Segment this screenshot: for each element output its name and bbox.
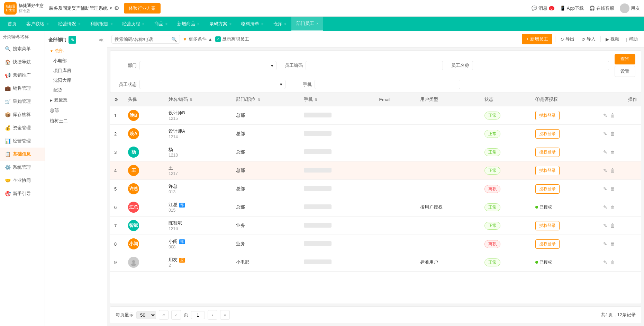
nav-tab-物料清单[interactable]: 物料清单× (236, 17, 268, 31)
tab-close-icon[interactable]: × (78, 22, 80, 26)
edit-icon[interactable]: ✎ (603, 113, 607, 118)
dept-select[interactable]: ▾ (139, 61, 276, 70)
tab-close-icon[interactable]: × (229, 22, 232, 26)
phone-input[interactable] (315, 80, 461, 89)
edit-icon[interactable]: ✎ (603, 131, 607, 136)
edit-icon[interactable]: ✎ (603, 168, 607, 173)
first-page-btn[interactable]: « (159, 310, 169, 320)
emp-code-input[interactable] (306, 61, 443, 70)
tree-node-zhishuwanger[interactable]: 植树王二 (45, 116, 107, 126)
th-dept[interactable]: 部门/职位 ⇅ (232, 93, 299, 106)
tab-close-icon[interactable]: × (46, 22, 48, 26)
auth-login-btn[interactable]: 授权登录 (535, 111, 560, 120)
tab-close-icon[interactable]: × (261, 22, 263, 26)
sidebar-item-销售管理[interactable]: 💼销售管理 (0, 82, 45, 95)
edit-icon[interactable]: ✎ (603, 241, 607, 247)
edit-icon[interactable]: ✎ (603, 149, 607, 155)
auth-login-btn[interactable]: 授权登录 (535, 148, 560, 157)
delete-icon[interactable]: 🗑 (610, 168, 615, 173)
delete-icon[interactable]: 🗑 (610, 259, 615, 265)
auth-login-btn[interactable]: 授权登录 (535, 221, 560, 230)
system-dropdown-icon[interactable]: ▾ (110, 6, 112, 11)
tree-node-zongbu[interactable]: ▼总部 (45, 46, 107, 56)
next-page-btn[interactable]: › (208, 310, 217, 320)
settings-icon[interactable]: ⚙ (114, 5, 119, 11)
sidebar-item-资金管理[interactable]: 💰资金管理 (0, 121, 45, 134)
add-employee-button[interactable]: + 新增员工 (522, 34, 552, 44)
edit-icon[interactable]: ✎ (603, 204, 607, 210)
nav-tab-部门员工[interactable]: 部门员工× (291, 17, 323, 31)
tree-edit-icon[interactable]: ✎ (69, 36, 76, 44)
emp-status-select[interactable]: ▾ (139, 80, 285, 89)
auth-login-btn[interactable]: 授权登录 (535, 184, 560, 194)
nav-tab-客户联络[interactable]: 客户联络× (21, 17, 53, 31)
delete-icon[interactable]: 🗑 (610, 204, 615, 210)
tree-child-xiaodibu[interactable]: 小电部 (45, 56, 107, 66)
nav-tab-利润报告[interactable]: 利润报告× (85, 17, 117, 31)
delete-icon[interactable]: 🗑 (610, 186, 615, 192)
tab-close-icon[interactable]: × (110, 22, 112, 26)
query-button[interactable]: 查询 (615, 54, 635, 64)
sidebar-item-采购管理[interactable]: 🛒采购管理 (0, 95, 45, 108)
nav-tab-条码方案[interactable]: 条码方案× (205, 17, 236, 31)
nav-tab-新增商品[interactable]: 新增商品× (172, 17, 204, 31)
sidebar-item-新手引导[interactable]: 🎯新手引导 (0, 187, 45, 200)
tab-close-icon[interactable]: × (142, 22, 144, 26)
last-page-btn[interactable]: » (220, 310, 230, 320)
delete-icon[interactable]: 🗑 (610, 241, 615, 247)
export-btn[interactable]: ↻ 导出 (558, 35, 577, 44)
sidebar-item-库存核算[interactable]: 📦库存核算 (0, 108, 45, 121)
search-input[interactable] (115, 37, 170, 42)
auth-login-btn[interactable]: 授权登录 (535, 166, 560, 175)
nav-tab-仓库[interactable]: 仓库× (269, 17, 291, 31)
app-download-btn[interactable]: 📱 App下载 (560, 5, 584, 11)
trial-button[interactable]: 体验行业方案 (124, 3, 161, 14)
view-btn[interactable]: ▶ 视频 (604, 35, 622, 44)
th-name[interactable]: 姓名/编码 ⇅ (164, 93, 232, 106)
auth-login-btn[interactable]: 授权登录 (535, 129, 560, 139)
tree-child-xianmuhouse[interactable]: 项目库房 (45, 66, 107, 76)
sidebar-item-基础信息[interactable]: 📋基础信息 (0, 148, 45, 161)
nav-tab-首页[interactable]: 首页 (3, 17, 21, 31)
online-service-btn[interactable]: 🎧 在线客服 (589, 5, 614, 11)
edit-icon[interactable]: ✎ (603, 223, 607, 228)
nav-tab-经营情况[interactable]: 经营情况× (53, 17, 85, 31)
sidebar-item-系统管理[interactable]: ⚙️系统管理 (0, 161, 45, 174)
th-phone[interactable]: 手机 ⇅ (300, 93, 375, 106)
tree-node-zongbu2[interactable]: 总部 (45, 105, 107, 116)
import-btn[interactable]: ↺ 导入 (579, 35, 598, 44)
delete-icon[interactable]: 🗑 (610, 223, 615, 228)
tab-close-icon[interactable]: × (197, 22, 199, 26)
setup-button[interactable]: 设置 (615, 66, 635, 77)
delete-icon[interactable]: 🗑 (610, 113, 615, 118)
tab-close-icon[interactable]: × (284, 22, 287, 26)
prev-page-btn[interactable]: ‹ (171, 310, 181, 320)
sidebar-search-input[interactable] (3, 34, 45, 39)
edit-icon[interactable]: ✎ (603, 259, 607, 265)
sidebar-item-搜索菜单[interactable]: 🔍搜索菜单 (0, 42, 45, 55)
help-btn[interactable]: | 帮助 (624, 35, 640, 44)
user-menu-btn[interactable]: 用友 (620, 3, 640, 13)
page-size-select[interactable]: 50 100 (136, 311, 156, 319)
sidebar-item-经营管理[interactable]: 📊经营管理 (0, 134, 45, 148)
th-settings[interactable]: ⚙ (110, 93, 124, 106)
page-number-input[interactable] (191, 311, 205, 319)
edit-icon[interactable]: ✎ (603, 186, 607, 192)
tree-child-peihuo[interactable]: 配货 (45, 85, 107, 95)
auth-login-btn[interactable]: 授权登录 (535, 239, 560, 249)
delete-icon[interactable]: 🗑 (610, 149, 615, 155)
tree-child-shenyang[interactable]: 沈阳大库 (45, 76, 107, 85)
tab-close-icon[interactable]: × (316, 21, 318, 26)
sidebar-item-营销推广[interactable]: 📢营销推广 (0, 69, 45, 82)
sidebar-item-企业协同[interactable]: 🤝企业协同 (0, 174, 45, 187)
more-filters-btn[interactable]: ▼ 更多条件 ▲ (183, 36, 212, 42)
delete-icon[interactable]: 🗑 (610, 131, 615, 136)
tab-close-icon[interactable]: × (165, 22, 167, 26)
emp-name-input[interactable] (472, 61, 609, 70)
nav-tab-商品[interactable]: 商品× (149, 17, 172, 31)
tree-node-shuangfeixiang[interactable]: ▶双废想 (45, 95, 107, 105)
nav-tab-经营历程[interactable]: 经营历程× (117, 17, 149, 31)
message-btn[interactable]: 💬 消息 6 (532, 5, 554, 11)
tree-collapse-icon[interactable]: ≪ (99, 37, 103, 43)
show-resigned-toggle[interactable]: ✓ 显示离职员工 (215, 36, 249, 42)
